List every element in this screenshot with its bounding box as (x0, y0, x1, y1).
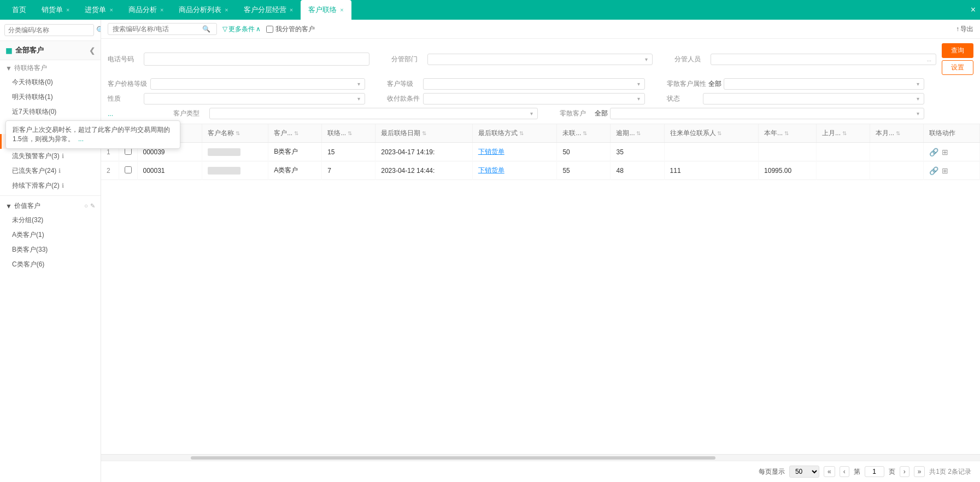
row-contacts-0 (664, 143, 759, 161)
sidebar-item-class-c[interactable]: C类客户(6) (0, 257, 101, 272)
last-method-sort-icon[interactable]: ⇅ (518, 130, 524, 136)
sidebar-item-today[interactable]: 今天待联络(0) (0, 75, 101, 90)
last-page-btn[interactable]: » (914, 466, 925, 477)
overdue-sort-icon[interactable]: ⇅ (635, 130, 641, 136)
person-select[interactable]: ... (711, 54, 936, 65)
churn-warning-info-icon: ℹ (62, 153, 64, 160)
type-sort-icon[interactable]: ⇅ (292, 130, 298, 136)
row-contact-count-1: 7 (322, 161, 375, 180)
settings-button[interactable]: 设置 (942, 60, 973, 75)
value-group-edit-icon[interactable]: ✎ (90, 202, 95, 210)
last-date-sort-icon[interactable]: ⇅ (420, 130, 426, 136)
nav-purchase-close[interactable]: × (109, 0, 113, 20)
my-customer-checkbox-label[interactable]: 我分管的客户 (266, 25, 315, 34)
row-link-icon-1[interactable]: 🔗 (929, 166, 938, 175)
first-page-btn[interactable]: « (824, 466, 835, 477)
gender-select[interactable]: ▾ (144, 93, 365, 104)
customer-type-select[interactable]: ▾ (209, 108, 538, 119)
nav-analysis[interactable]: 商品分析 × (121, 0, 171, 20)
row-link-icon-0[interactable]: 🔗 (929, 148, 938, 156)
table-row: 1000039 B类客户152023-04-17 14:19:下销货单5035 … (101, 143, 980, 161)
this-month-sort-icon[interactable]: ⇅ (894, 130, 900, 136)
all-customers-label: 全部客户 (15, 45, 44, 55)
retail-attr-select[interactable]: ▾ (724, 78, 924, 90)
year-sort-icon[interactable]: ⇅ (783, 130, 789, 136)
nav-close-window[interactable]: × (971, 5, 976, 15)
filter-bar: 🔍 ▽ 更多条件 ∧ 我分管的客户 ↑ 导出 (101, 20, 980, 39)
row-grid-icon-1[interactable]: ⊞ (942, 166, 948, 175)
row-unlinked-0: 50 (557, 143, 611, 161)
phone-input[interactable] (144, 53, 369, 66)
sidebar-value-group[interactable]: ▼ 价值客户 ○ ✎ (0, 198, 101, 213)
sidebar-item-ungroup[interactable]: 未分组(32) (0, 213, 101, 228)
status-select[interactable]: ▾ (703, 93, 924, 104)
more-filter-btn[interactable]: ▽ 更多条件 ∧ (222, 25, 261, 34)
price-level-chevron: ▾ (357, 81, 360, 87)
tooltip-text: 距客户上次交易时长，超过了此客户的平均交易周期的1.5倍，则视为异常。 (13, 126, 170, 143)
row-last-method-1[interactable]: 下销货单 (472, 161, 557, 180)
payment-select[interactable]: ▾ (423, 93, 644, 104)
retail-customer-select[interactable]: ▾ (610, 108, 924, 119)
sidebar: 🔍 ▦ 全部客户 ❮ ▼ 待联络客户 今天待联络(0) 明天待联络(1) 近7天… (0, 20, 101, 482)
contact-sort-icon[interactable]: ⇅ (346, 130, 352, 136)
customer-level-select[interactable]: ▾ (423, 78, 644, 90)
row-type-0: B类客户 (268, 143, 322, 161)
unlinked-sort-icon[interactable]: ⇅ (581, 130, 587, 136)
per-page-select[interactable]: 50 20 100 (789, 466, 819, 478)
sidebar-item-churned[interactable]: 已流失客户(24) ℹ (0, 164, 101, 178)
sidebar-item-churn-warning[interactable]: 流失预警客户(3) ℹ (0, 149, 101, 164)
dept-select[interactable]: ▾ (427, 54, 653, 65)
row-grid-icon-0[interactable]: ⊞ (942, 148, 948, 156)
my-customer-label: 我分管的客户 (275, 25, 315, 34)
nav-sales-close[interactable]: × (66, 0, 69, 20)
prev-page-btn[interactable]: ‹ (840, 466, 849, 477)
sidebar-item-class-b[interactable]: B类客户(33) (0, 242, 101, 257)
page-input[interactable] (865, 466, 884, 477)
row-year-amount-1: 10995.00 (759, 161, 817, 180)
sidebar-collapse-btn[interactable]: ❮ (89, 47, 95, 55)
search-input[interactable] (113, 25, 200, 33)
sidebar-all-customers[interactable]: ▦ 全部客户 ❮ (0, 41, 101, 60)
sidebar-search-input[interactable] (4, 24, 94, 36)
nav-home[interactable]: 首页 (4, 0, 34, 20)
last-month-sort-icon[interactable]: ⇅ (841, 130, 847, 136)
value-group-label: 价值客户 (14, 201, 40, 211)
sidebar-item-7days[interactable]: 近7天待联络(0) (0, 104, 101, 119)
scrollbar-thumb[interactable] (191, 456, 715, 460)
nav-customer-contact-close[interactable]: × (340, 0, 343, 20)
nav-customer-tier-close[interactable]: × (290, 0, 293, 20)
nav-customer-tier[interactable]: 客户分层经营 × (236, 0, 301, 20)
name-sort-icon[interactable]: ⇅ (234, 130, 240, 136)
export-button[interactable]: ↑ 导出 (956, 25, 973, 34)
retail-attr-chevron: ▾ (917, 81, 919, 87)
sidebar-group-waiting[interactable]: ▼ 待联络客户 (0, 60, 101, 75)
search-icon[interactable]: 🔍 (202, 25, 210, 33)
sidebar-item-declining[interactable]: 持续下滑客户(2) ℹ (0, 178, 101, 193)
nav-sales[interactable]: 销货单 × (34, 0, 77, 20)
ellipsis-text[interactable]: ... (108, 110, 113, 118)
next-page-btn[interactable]: › (900, 466, 909, 477)
row-last-method-0[interactable]: 下销货单 (472, 143, 557, 161)
table-scrollbar[interactable] (101, 454, 980, 461)
sidebar-search-button[interactable]: 🔍 (96, 26, 101, 34)
row-check-1[interactable] (119, 161, 137, 180)
nav-sales-label: 销货单 (42, 0, 63, 20)
export-icon: ↑ (956, 25, 959, 33)
nav-purchase[interactable]: 进货单 × (77, 0, 120, 20)
nav-customer-contact[interactable]: 客户联络 × (301, 0, 351, 20)
nav-analysis-close[interactable]: × (160, 0, 163, 20)
sidebar-search-area: 🔍 (0, 20, 101, 41)
query-button[interactable]: 查询 (942, 43, 973, 58)
col-actions: 联络动作 (924, 124, 980, 143)
page-label: 第 (854, 467, 860, 477)
dept-label: 分管部门 (391, 55, 424, 64)
customer-level-label: 客户等级 (387, 79, 420, 89)
my-customer-checkbox[interactable] (266, 26, 273, 33)
price-level-select[interactable]: ▾ (150, 78, 365, 90)
row-this-month-0 (870, 143, 924, 161)
nav-analysis-list[interactable]: 商品分析列表 × (171, 0, 236, 20)
sidebar-item-class-a[interactable]: A类客户(1) (0, 228, 101, 242)
contacts-person-sort-icon[interactable]: ⇅ (716, 130, 722, 136)
nav-analysis-list-close[interactable]: × (225, 0, 228, 20)
sidebar-item-tomorrow[interactable]: 明天待联络(1) (0, 90, 101, 104)
